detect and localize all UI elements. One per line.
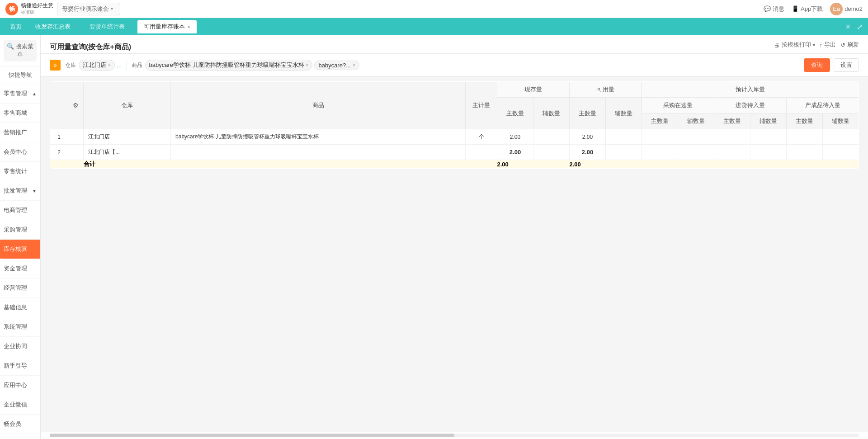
top-bar-left: 畅 畅捷通好生意 标准版 母婴行业演示账套 ▾ bbox=[5, 2, 120, 16]
industry-selector[interactable]: 母婴行业演示账套 ▾ bbox=[57, 3, 120, 15]
th-stock-main: 主数量 bbox=[497, 98, 533, 129]
sidebar-item-ecommerce-mgmt[interactable]: 电商管理 bbox=[0, 201, 40, 220]
scrollbar-area bbox=[41, 432, 868, 439]
sidebar-item-system-mgmt[interactable]: 系统管理 bbox=[0, 317, 40, 337]
sidebar-item-inventory-check[interactable]: 库存核算 bbox=[0, 240, 40, 259]
cell-goods: babycare学饮杯 儿童防摔防撞吸管杯重力球吸嘴杯宝宝水杯 bbox=[171, 129, 466, 145]
cell-total-stock-aux bbox=[533, 160, 570, 169]
th-production-group: 产成品待入量 bbox=[787, 98, 859, 113]
cell-purchase-main bbox=[642, 129, 678, 145]
close-icon[interactable]: × bbox=[127, 24, 130, 29]
sidebar-search-area: 🔍 搜索菜单 bbox=[0, 35, 40, 66]
sidebar-item-wholesale-mgmt[interactable]: 批发管理 ▼ bbox=[0, 181, 40, 201]
cell-total-purchase-main bbox=[642, 160, 678, 169]
chevron-down-icon: ▾ bbox=[111, 6, 113, 11]
cell-total-available-aux bbox=[606, 160, 642, 169]
search-icon: 🔍 bbox=[7, 43, 14, 50]
setting-btn[interactable]: 设置 bbox=[834, 58, 859, 72]
page-header: 可用量查询(按仓库+商品) 🖨 按模板打印 ▾ ↑ 导出 ↺ 刷新 bbox=[41, 35, 868, 54]
cell-settings bbox=[68, 129, 84, 145]
horizontal-scrollbar[interactable] bbox=[50, 434, 859, 437]
page-title: 可用量查询(按仓库+商品) bbox=[50, 42, 131, 52]
sidebar-item-member-center[interactable]: 会员中心 bbox=[0, 142, 40, 162]
cell-purchase-aux bbox=[678, 145, 714, 160]
cell-total-empty bbox=[50, 160, 84, 169]
th-purchase-main: 主数量 bbox=[642, 113, 678, 129]
cell-purchase-aux bbox=[678, 129, 714, 145]
cell-stock-main: 2.00 bbox=[497, 145, 533, 160]
sidebar-item-enterprise-collab[interactable]: 企业协同 bbox=[0, 337, 40, 356]
sidebar-item-retail-mall[interactable]: 零售商城 bbox=[0, 104, 40, 123]
th-stock-aux: 辅数量 bbox=[533, 98, 570, 129]
warehouse-filter-label: 仓库 bbox=[65, 61, 76, 69]
message-btn[interactable]: 💬 消息 bbox=[764, 5, 784, 13]
close-icon[interactable]: × bbox=[108, 63, 111, 68]
sidebar-item-purchase-mgmt[interactable]: 采购管理 bbox=[0, 220, 40, 240]
cell-warehouse: 江北门店【... bbox=[84, 145, 171, 160]
close-icon[interactable]: × bbox=[73, 24, 76, 29]
sidebar-item-finance-mgmt[interactable]: 资金管理 bbox=[0, 259, 40, 279]
cell-stock-main: 2.00 bbox=[497, 129, 533, 145]
cell-production-aux bbox=[823, 145, 859, 160]
th-inbound-group: 进货待入量 bbox=[714, 98, 787, 113]
sidebar-item-basic-info[interactable]: 基础信息 bbox=[0, 298, 40, 317]
th-purchase-group: 采购在途量 bbox=[642, 98, 714, 113]
sidebar-item-marketing[interactable]: 营销推广 bbox=[0, 123, 40, 142]
th-warehouse: 仓库 bbox=[84, 82, 171, 129]
search-menu-btn[interactable]: 🔍 搜索菜单 bbox=[4, 40, 37, 61]
query-btn[interactable]: 查询 bbox=[804, 58, 830, 72]
th-settings[interactable]: ⚙ bbox=[68, 82, 84, 129]
brand-name: 畅捷通好生意 bbox=[21, 2, 53, 9]
close-icon[interactable]: × bbox=[306, 63, 309, 68]
sidebar-item-member-vip[interactable]: 畅会员 bbox=[0, 415, 40, 434]
filter-more-btn[interactable]: ... bbox=[117, 61, 122, 69]
th-stock-group: 现存量 bbox=[497, 82, 570, 98]
refresh-btn[interactable]: ↺ 刷新 bbox=[840, 41, 859, 49]
table-row: 1 江北门店 babycare学饮杯 儿童防摔防撞吸管杯重力球吸嘴杯宝宝水杯 个… bbox=[50, 129, 859, 145]
close-icon[interactable]: × bbox=[188, 24, 190, 29]
th-goods: 商品 bbox=[171, 82, 466, 129]
content-area: 可用量查询(按仓库+商品) 🖨 按模板打印 ▾ ↑ 导出 ↺ 刷新 » bbox=[41, 35, 868, 439]
close-icon[interactable]: × bbox=[353, 63, 355, 68]
print-btn[interactable]: 🖨 按模板打印 ▾ bbox=[774, 41, 815, 49]
cell-stock-aux bbox=[533, 145, 570, 160]
sidebar-item-ops-mgmt[interactable]: 经营管理 bbox=[0, 279, 40, 298]
cell-available-main: 2.00 bbox=[570, 129, 606, 145]
sidebar-quick-nav[interactable]: 快捷导航 bbox=[0, 66, 40, 84]
th-production-aux: 辅数量 bbox=[823, 113, 859, 129]
cell-available-main: 2.00 bbox=[570, 145, 606, 160]
sidebar-item-retail-mgmt[interactable]: 零售管理 ▲ bbox=[0, 84, 40, 104]
cell-index: 1 bbox=[50, 129, 68, 145]
cell-main-unit: 个 bbox=[466, 129, 497, 145]
tab-receive-summary[interactable]: 收发存汇总表 × bbox=[29, 20, 82, 33]
cell-available-aux bbox=[606, 145, 642, 160]
goods-filter-label: 商品 bbox=[132, 61, 142, 69]
sidebar-item-retail-stats[interactable]: 零售统计 bbox=[0, 162, 40, 181]
arrow-icon: ▲ bbox=[32, 91, 37, 96]
table-area: ⚙ 仓库 商品 主计量 现存量 bbox=[41, 77, 868, 432]
export-btn[interactable]: ↑ 导出 bbox=[820, 41, 836, 49]
filter-area: » 仓库 江北门店 × ... 商品 babycare学饮杯 儿童防摔防撞吸管杯… bbox=[41, 54, 868, 77]
close-all-tabs-btn[interactable]: × bbox=[844, 22, 852, 32]
filter-toggle-btn[interactable]: » bbox=[50, 60, 61, 71]
tab-order-stats[interactable]: 要货单统计表 × bbox=[83, 20, 137, 33]
sidebar-item-enterprise-wechat[interactable]: 企业微信 bbox=[0, 395, 40, 415]
cell-production-main bbox=[787, 145, 823, 160]
sidebar-item-new-guide[interactable]: 新手引导 bbox=[0, 356, 40, 376]
app-download-btn[interactable]: 📱 App下载 bbox=[792, 5, 823, 13]
top-bar-right: 💬 消息 📱 App下载 Ea demo2 bbox=[764, 3, 863, 15]
th-purchase-aux: 辅数量 bbox=[678, 113, 714, 129]
sidebar: 🔍 搜索菜单 快捷导航 零售管理 ▲ 零售商城 营销推广 会员中心 零售统计 批… bbox=[0, 35, 41, 439]
expand-icon[interactable]: ⤢ bbox=[855, 23, 864, 31]
scrollbar-thumb[interactable] bbox=[50, 434, 454, 437]
tab-home-label: 首页 bbox=[10, 23, 22, 31]
filter-action-buttons: 查询 设置 bbox=[804, 58, 859, 72]
th-inbound-aux: 辅数量 bbox=[750, 113, 787, 129]
warehouse-filter-tags: 江北门店 × ... bbox=[79, 60, 122, 71]
th-index bbox=[50, 82, 68, 129]
sidebar-item-app-center[interactable]: 应用中心 bbox=[0, 376, 40, 395]
tab-available-stock[interactable]: 可用量库存账本 × bbox=[137, 20, 197, 33]
table-total-row: 合计 2.00 2.00 bbox=[50, 160, 859, 169]
user-menu-btn[interactable]: Ea demo2 bbox=[830, 3, 863, 15]
tab-home[interactable]: 首页 bbox=[4, 20, 28, 33]
